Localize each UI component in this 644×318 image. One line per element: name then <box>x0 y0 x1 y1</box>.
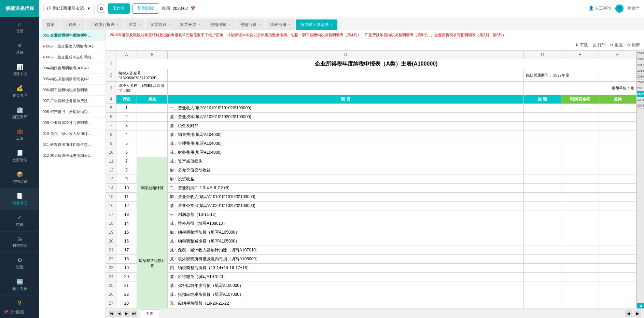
tab-stock-ledger[interactable]: 进销台账 × <box>236 19 265 30</box>
tab-invoice-close[interactable]: × <box>139 23 141 27</box>
sidebar-item-ledger[interactable]: ≡ 总账 <box>0 38 39 59</box>
left-panel-item-004[interactable]: 004-期间费用明细表(A1040... <box>39 63 106 74</box>
tab-salary-stats[interactable]: 工资统计报表 × <box>86 19 123 30</box>
table-row: 23 19 四、纳税调整后所得（13-14+15-16-17+18） <box>106 263 636 272</box>
year-2024[interactable]: 2024 <box>637 103 644 109</box>
col-header-d: D <box>524 51 561 59</box>
expand-icon[interactable]: ◀ <box>637 303 644 308</box>
sheet-tab-main[interactable]: 主表 <box>140 309 159 318</box>
left-panel-label-009: 009-企业所得税补亏损明细... <box>43 120 91 125</box>
left-panel-label-006: 006-职工薪酬纳税调整明细... <box>43 87 91 93</box>
sheet-nav-prev-prev[interactable]: |◀ <box>109 310 115 317</box>
col-header-quane: 全 额 <box>524 95 561 103</box>
print-button[interactable]: 🖨 打印 <box>592 42 606 48</box>
scroll-left-btn[interactable]: ◀ <box>625 310 632 317</box>
refresh-button[interactable]: ↻ 刷新 <box>627 42 640 48</box>
left-panel-item-011[interactable]: 011-研发费用加计扣除优惠... <box>39 139 106 150</box>
workstation-button[interactable]: 工作台 <box>108 3 130 14</box>
sidebar-nav: ⌂ 首页 ≡ 总账 📊 报表中心 💰 资金管理 🏢 固定资产 💼 工资 <box>0 17 39 306</box>
sidebar-item-fixed-assets[interactable]: 🏢 固定资产 <box>0 102 39 124</box>
left-panel-item-001[interactable]: 001-企业所得税年度纳税申... <box>39 30 106 41</box>
tax-period-label: 税款所属期间： 2022年度 <box>524 69 599 81</box>
tab-stock-ledger-close[interactable]: × <box>258 23 261 27</box>
left-panel-item-002[interactable]: 002-一般企业收入明细表(A1... <box>39 41 106 52</box>
sidebar-item-settings[interactable]: ⚙ 设置 <box>0 253 39 274</box>
tab-stock-check-close[interactable]: × <box>228 23 230 27</box>
sidebar-item-stock[interactable]: 📦 进销台账 <box>0 167 39 189</box>
year-2022[interactable]: 2022 <box>637 91 644 97</box>
sheet-nav-next-next[interactable]: ▶| <box>131 310 137 317</box>
tab-invoice-open[interactable]: 发票开票 × <box>176 19 205 30</box>
tab-tax-clear[interactable]: 税表清册 × <box>266 19 295 30</box>
tab-salary[interactable]: 工资表 × <box>60 19 85 30</box>
invoice-icon: 🧾 <box>16 150 23 156</box>
sidebar-item-invoice[interactable]: 🧾 发票管理 <box>0 146 39 167</box>
tab-invoice-label: 发票 <box>128 22 137 28</box>
table-row-header: 4 行次 类别 项 目 全 额 利润表全额 差异 <box>106 95 636 103</box>
tab-stock-check[interactable]: 进销稽核 × <box>206 19 235 30</box>
sidebar-item-reports[interactable]: 📊 报表中心 <box>0 59 39 81</box>
left-panel-item-005[interactable]: 005-纳税调整项目明细表(A1... <box>39 74 106 85</box>
sheet-nav-prev[interactable]: ◀ <box>116 310 122 317</box>
topbar-right: 👤 人工咨询 👤 徐逢华 <box>589 4 640 13</box>
tab-salary-close[interactable]: × <box>79 23 81 27</box>
sidebar-item-salary[interactable]: 💼 工资 <box>0 124 39 146</box>
left-panel-item-008[interactable]: 008-资产折旧、摊销及纳税... <box>39 107 106 117</box>
sidebar-item-tax[interactable]: 📑 税务管理 <box>0 189 39 210</box>
year-2023[interactable]: 2023 <box>637 97 644 103</box>
sidebar-item-member[interactable]: V 畅会员 <box>0 296 39 306</box>
year-2020[interactable]: 2020 <box>637 80 644 85</box>
spreadsheet-wrapper[interactable]: A B C D E F <box>106 51 636 309</box>
sheet-nav-next[interactable]: ▶ <box>124 310 130 317</box>
member-icon: V <box>18 300 22 306</box>
left-panel-label-010: 010-免税、减计收入及加计... <box>43 131 91 136</box>
left-panel-item-003[interactable]: 003-一般企业成本支出明细... <box>39 52 106 63</box>
scroll-right-btn[interactable]: ▶ <box>634 310 641 317</box>
ai-service[interactable]: 👤 人工咨询 <box>589 5 611 11</box>
salary-icon: 💼 <box>16 128 23 135</box>
sidebar-item-guide[interactable]: 🆕 新手引导 <box>0 274 39 296</box>
tab-invoice[interactable]: 发票 × <box>124 19 145 30</box>
pin-icon: 📌 <box>3 310 8 314</box>
copy-icon[interactable]: ⧉ <box>97 4 105 13</box>
year-2017[interactable]: 2017 <box>637 62 644 68</box>
guide-icon: 🆕 <box>16 278 23 285</box>
company-selector[interactable]: (勾删) 江西服宝-LSS ▼ <box>43 4 95 13</box>
left-panel-item-006[interactable]: 006-职工薪酬纳税调整明细... <box>39 85 106 96</box>
sidebar-item-home[interactable]: ⌂ 首页 <box>0 17 39 38</box>
left-panel-item-007[interactable]: 007-广告费和业务宣传费跌... <box>39 96 106 107</box>
left-panel-item-009[interactable]: 009-企业所得税补亏损明细... <box>39 117 106 128</box>
tab-invoice-calc-close[interactable]: × <box>169 23 171 27</box>
year-2019-top[interactable]: 2019 <box>637 51 644 56</box>
year-2019[interactable]: 2019 <box>637 74 644 80</box>
left-panel-item-012[interactable]: 012-减免所得税优惠明细表(.. <box>39 150 106 161</box>
tab-invoice-calc[interactable]: 发票算账 × <box>146 19 175 30</box>
tab-salary-stats-close[interactable]: × <box>117 23 119 27</box>
year-2018[interactable]: 2018 <box>637 68 644 74</box>
tab-invoice-open-close[interactable]: × <box>198 23 200 27</box>
col-header-f: F <box>599 51 636 59</box>
row-num-2: 2 <box>106 69 116 81</box>
calendar-icon[interactable]: 📅 <box>191 6 196 11</box>
tab-income-tax-close[interactable]: × <box>331 23 333 27</box>
table-row: 11 7 利润总额计算 减：资产减值损失 <box>106 157 636 166</box>
table-row: 8 4 减：销售费用(填写A104000) <box>106 130 636 139</box>
tab-income-tax[interactable]: 所得税汇算清缴 × <box>296 19 337 30</box>
sidebar-item-close[interactable]: ✓ 结账 <box>0 210 39 232</box>
reset-button[interactable]: ↺ 重置 <box>610 42 623 48</box>
left-panel-label-012: 012-减免所得税优惠明细表(.. <box>43 153 91 158</box>
sheet-nav-buttons: |◀ ◀ ▶ ▶| <box>109 310 137 317</box>
col-header-row <box>106 51 116 59</box>
sidebar-item-fund[interactable]: 💰 资金管理 <box>0 81 39 102</box>
tab-home[interactable]: 首页 <box>42 19 59 30</box>
sidebar-footer[interactable]: 📌 取消固定 <box>0 306 39 318</box>
topbar: (勾删) 江西服宝-LSS ▼ ⧉ 工作台 切到旧版 账期 2023-02 📅 … <box>39 0 644 17</box>
left-panel-item-010[interactable]: 010-免税、减计收入及加计... <box>39 128 106 139</box>
refresh-icon: ↻ <box>627 43 630 47</box>
sidebar-item-archive[interactable]: 🗂 归档管理 <box>0 232 39 253</box>
download-button[interactable]: ⬇ 下载 <box>575 42 588 48</box>
switch-old-button[interactable]: 切到旧版 <box>132 3 159 14</box>
year-2021[interactable]: 2021 <box>637 85 644 91</box>
year-2016[interactable]: 2016 <box>637 56 644 62</box>
tab-tax-clear-close[interactable]: × <box>289 23 291 27</box>
